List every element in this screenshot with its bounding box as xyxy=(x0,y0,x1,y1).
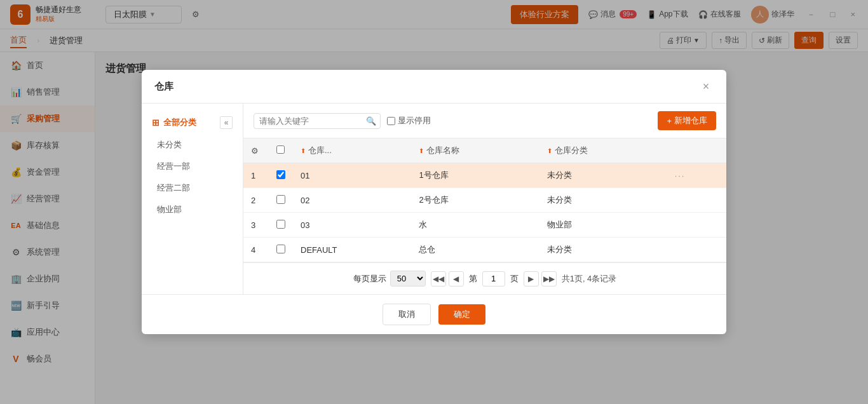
row-checkbox[interactable] xyxy=(276,170,285,179)
row-checkbox-cell[interactable] xyxy=(269,163,293,188)
row-checkbox[interactable] xyxy=(276,220,285,229)
modal-main: 🔍 显示停用 + 新增仓库 xyxy=(243,104,726,294)
select-all-checkbox[interactable] xyxy=(276,145,285,154)
row-code: 02 xyxy=(293,188,411,213)
row-actions xyxy=(667,188,726,213)
settings-icon: ⚙ xyxy=(251,146,259,156)
modal-title: 仓库 xyxy=(154,81,173,93)
th-actions xyxy=(667,138,726,163)
row-code: 03 xyxy=(293,213,411,238)
grid-icon: ⊞ xyxy=(152,118,159,128)
collapse-button[interactable]: « xyxy=(220,116,233,129)
search-box[interactable]: 🔍 xyxy=(254,113,381,129)
row-index: 2 xyxy=(243,188,269,213)
th-category-label: 仓库分类 xyxy=(555,145,588,156)
modal-header: 仓库 × xyxy=(142,70,726,104)
table-row[interactable]: 1 01 1号仓库 未分类 ··· xyxy=(243,163,726,188)
modal-close-button[interactable]: × xyxy=(698,79,714,94)
row-actions: ··· xyxy=(667,163,726,188)
th-code-label: 仓库... xyxy=(308,145,332,156)
per-page-label: 每页显示 xyxy=(353,273,386,285)
th-name-label: 仓库名称 xyxy=(426,145,459,156)
cancel-button[interactable]: 取消 xyxy=(383,304,431,325)
page-nav: ◀◀ ◀ 第 页 ▶ ▶▶ xyxy=(431,271,557,286)
next-page-button[interactable]: ▶ xyxy=(524,271,539,286)
th-settings[interactable]: ⚙ xyxy=(243,138,269,163)
search-input[interactable] xyxy=(259,116,366,126)
row-checkbox[interactable] xyxy=(276,195,285,204)
total-info: 共1页, 4条记录 xyxy=(562,273,617,285)
add-warehouse-button[interactable]: + 新增仓库 xyxy=(658,111,716,130)
sort-icon-category: ⬆ xyxy=(547,147,552,154)
confirm-button[interactable]: 确定 xyxy=(438,304,485,325)
warehouse-modal: 仓库 × ⊞ 全部分类 « 未分类 经营一部 经营二部 物业部 xyxy=(142,70,726,334)
page-number-input[interactable] xyxy=(482,271,505,286)
row-more-icon[interactable]: ··· xyxy=(675,171,686,180)
prev-page-button[interactable]: ◀ xyxy=(449,271,464,286)
modal-sidebar-header-label: 全部分类 xyxy=(163,117,196,128)
first-page-button[interactable]: ◀◀ xyxy=(431,271,446,286)
row-code: 01 xyxy=(293,163,411,188)
th-checkbox xyxy=(269,138,293,163)
modal-footer: 取消 确定 xyxy=(142,294,726,334)
per-page-control: 每页显示 50 10 20 100 xyxy=(353,271,426,286)
show-disabled-checkbox[interactable] xyxy=(387,117,395,125)
row-category: 未分类 xyxy=(539,188,667,213)
per-page-select[interactable]: 50 10 20 100 xyxy=(390,271,426,286)
modal-toolbar: 🔍 显示停用 + 新增仓库 xyxy=(243,104,726,138)
pagination: 每页显示 50 10 20 100 ◀◀ ◀ 第 页 xyxy=(243,262,726,294)
row-index: 1 xyxy=(243,163,269,188)
modal-category-dept1[interactable]: 经营一部 xyxy=(142,156,243,177)
row-name: 1号仓库 xyxy=(411,163,539,188)
modal-overlay: 仓库 × ⊞ 全部分类 « 未分类 经营一部 经营二部 物业部 xyxy=(0,0,868,404)
row-name: 水 xyxy=(411,213,539,238)
add-warehouse-label: 新增仓库 xyxy=(674,115,707,126)
sort-icon-name: ⬆ xyxy=(419,147,424,154)
row-name: 2号仓库 xyxy=(411,188,539,213)
table-header-row: ⚙ ⬆ 仓库... xyxy=(243,138,726,163)
modal-sidebar: ⊞ 全部分类 « 未分类 经营一部 经营二部 物业部 xyxy=(142,104,243,294)
table-row[interactable]: 4 DEFAULT 总仓 未分类 xyxy=(243,238,726,262)
warehouse-table: ⚙ ⬆ 仓库... xyxy=(243,138,726,262)
show-disabled-label[interactable]: 显示停用 xyxy=(387,115,431,126)
show-disabled-text: 显示停用 xyxy=(398,115,431,126)
th-code[interactable]: ⬆ 仓库... xyxy=(293,138,411,163)
row-category: 未分类 xyxy=(539,238,667,262)
modal-category-property[interactable]: 物业部 xyxy=(142,199,243,220)
sort-icon-code: ⬆ xyxy=(301,147,306,154)
row-name: 总仓 xyxy=(411,238,539,262)
modal-body: ⊞ 全部分类 « 未分类 经营一部 经营二部 物业部 🔍 xyxy=(142,104,726,294)
table-row[interactable]: 3 03 水 物业部 xyxy=(243,213,726,238)
row-checkbox-cell[interactable] xyxy=(269,213,293,238)
plus-icon: + xyxy=(667,116,672,126)
th-name[interactable]: ⬆ 仓库名称 xyxy=(411,138,539,163)
row-category: 物业部 xyxy=(539,213,667,238)
row-index: 4 xyxy=(243,238,269,262)
row-actions xyxy=(667,213,726,238)
modal-sidebar-header[interactable]: ⊞ 全部分类 « xyxy=(142,111,243,134)
row-checkbox-cell[interactable] xyxy=(269,188,293,213)
search-icon[interactable]: 🔍 xyxy=(366,116,376,126)
modal-category-dept2[interactable]: 经营二部 xyxy=(142,177,243,199)
row-checkbox[interactable] xyxy=(276,245,285,253)
row-index: 3 xyxy=(243,213,269,238)
last-page-button[interactable]: ▶▶ xyxy=(541,271,557,286)
row-code: DEFAULT xyxy=(293,238,411,262)
page-prefix: 第 xyxy=(469,273,477,285)
modal-category-unclassified[interactable]: 未分类 xyxy=(142,134,243,156)
row-actions xyxy=(667,238,726,262)
page-suffix: 页 xyxy=(510,273,519,285)
th-category[interactable]: ⬆ 仓库分类 xyxy=(539,138,667,163)
table-row[interactable]: 2 02 2号仓库 未分类 xyxy=(243,188,726,213)
row-checkbox-cell[interactable] xyxy=(269,238,293,262)
row-category: 未分类 xyxy=(539,163,667,188)
